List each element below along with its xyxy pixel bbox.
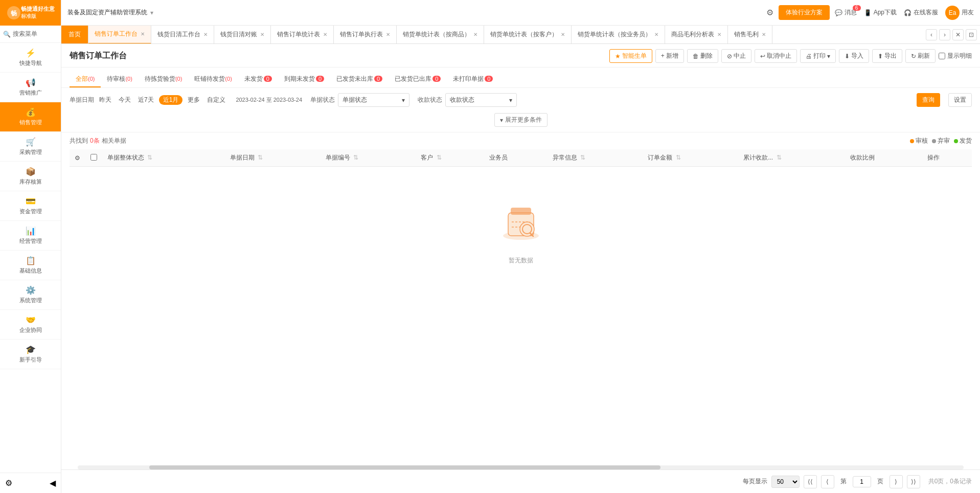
tab-sales-by-staff[interactable]: 销货单统计表（按业务员） ✕ — [572, 26, 665, 44]
date-custom[interactable]: 自定义 — [205, 95, 227, 105]
sidebar-item-basic-info[interactable]: 📋 基础信息 — [0, 251, 61, 280]
sort-icon[interactable]: ⇅ — [580, 154, 585, 161]
date-today[interactable]: 今天 — [117, 95, 133, 105]
sidebar-item-cooperation[interactable]: 🤝 企业协同 — [0, 310, 61, 340]
sidebar-item-sales[interactable]: 💰 销售管理 — [0, 102, 61, 132]
sub-tab-pending-review[interactable]: 待审核(0) — [101, 72, 138, 87]
tab-scroll-left[interactable]: ‹ — [926, 29, 937, 40]
tab-home[interactable]: 首页 — [61, 26, 88, 44]
sidebar-item-purchase[interactable]: 🛒 采购管理 — [0, 132, 61, 162]
sidebar-item-inventory[interactable]: 📦 库存核算 — [0, 162, 61, 191]
sub-tab-not-printed[interactable]: 未打印单据0 — [447, 72, 499, 87]
sort-icon[interactable]: ⇅ — [258, 154, 263, 161]
expand-conditions-btn[interactable]: ▾ 展开更多条件 — [494, 113, 548, 127]
sub-tab-overdue-not-shipped[interactable]: 到期未发货0 — [278, 72, 330, 87]
sidebar-item-marketing[interactable]: 📢 营销推广 — [0, 73, 61, 102]
ship-action-btn[interactable]: 发货 — [954, 137, 972, 145]
cancel-review-action-btn[interactable]: 弃审 — [932, 137, 950, 145]
close-tab-icon[interactable]: ✕ — [762, 32, 766, 37]
date-1month[interactable]: 近1月 — [159, 95, 183, 105]
sidebar-item-system[interactable]: ⚙️ 系统管理 — [0, 280, 61, 310]
close-tab-icon[interactable]: ✕ — [260, 32, 264, 37]
app-download-btn[interactable]: 📱 App下载 — [864, 8, 897, 17]
prev-page-btn[interactable]: ⟨ — [821, 475, 834, 488]
close-tab-icon[interactable]: ✕ — [654, 32, 658, 37]
collapse-icon[interactable]: ◀ — [50, 478, 56, 488]
sort-icon[interactable]: ⇅ — [353, 154, 358, 161]
status-select[interactable]: 单据状态 ▾ — [338, 93, 409, 107]
filter-settings-btn[interactable]: 设置 — [948, 93, 972, 107]
sub-tab-wangpu[interactable]: 旺铺待发货(0) — [188, 72, 238, 87]
cancel-stop-btn[interactable]: ↩ 取消中止 — [755, 49, 797, 63]
delete-btn[interactable]: 🗑 删除 — [687, 49, 718, 63]
review-action-btn[interactable]: 审核 — [910, 137, 928, 145]
tab-sales-stats[interactable]: 销售订单统计表 ✕ — [271, 26, 334, 44]
tab-scroll-right[interactable]: › — [939, 29, 950, 40]
close-tab-icon[interactable]: ✕ — [717, 32, 721, 37]
sort-icon[interactable]: ⇅ — [147, 154, 152, 161]
last-page-btn[interactable]: ⟩⟩ — [907, 475, 920, 488]
th-settings[interactable]: ⚙ — [70, 149, 85, 167]
export-btn[interactable]: ⬆ 导出 — [872, 49, 902, 63]
date-7days[interactable]: 近7天 — [136, 95, 156, 105]
close-tab-icon[interactable]: ✕ — [323, 32, 327, 37]
tab-close-all[interactable]: ✕ — [952, 29, 964, 40]
sidebar-item-guide[interactable]: 🎓 新手引导 — [0, 340, 61, 369]
message-btn[interactable]: 💬 消息 6 — [835, 8, 857, 17]
sub-tab-label: 已发货未出库 — [336, 75, 373, 82]
topbar-settings-icon[interactable]: ⚙ — [766, 8, 773, 17]
sub-tab-shipped-out[interactable]: 已发货已出库0 — [389, 72, 447, 87]
sub-tab-not-shipped[interactable]: 未发货0 — [238, 72, 278, 87]
import-btn[interactable]: ⬇ 导入 — [839, 49, 869, 63]
add-btn[interactable]: + 新增 — [655, 49, 684, 63]
page-input[interactable] — [853, 476, 871, 487]
select-all-checkbox[interactable] — [90, 154, 97, 161]
query-btn[interactable]: 查询 — [917, 93, 940, 107]
sort-icon[interactable]: ⇅ — [437, 154, 442, 161]
first-page-btn[interactable]: ⟨⟨ — [804, 475, 817, 488]
page-size-select[interactable]: 10 20 50 100 — [771, 476, 800, 488]
close-tab-icon[interactable]: ✕ — [203, 32, 208, 37]
online-service-btn[interactable]: 🎧 在线客服 — [904, 8, 938, 17]
tab-cash-daily[interactable]: 钱货日清工作台 ✕ — [151, 26, 214, 44]
sort-icon[interactable]: ⇅ — [777, 154, 782, 161]
tab-sales-workbench[interactable]: 销售订单工作台 ✕ — [88, 26, 151, 44]
next-page-btn[interactable]: ⟩ — [890, 475, 903, 488]
system-title-dropdown[interactable]: ▾ — [150, 9, 153, 16]
close-tab-icon[interactable]: ✕ — [141, 31, 145, 37]
refresh-btn[interactable]: ↻ 刷新 — [905, 49, 936, 63]
close-tab-icon[interactable]: ✕ — [473, 32, 477, 37]
date-yesterday[interactable]: 昨天 — [97, 95, 113, 105]
print-btn[interactable]: 🖨 打印 ▾ — [800, 49, 836, 63]
trial-btn[interactable]: 体验行业方案 — [779, 5, 830, 20]
tab-cash-reconcile[interactable]: 钱货日清对账 ✕ — [214, 26, 271, 44]
tab-sales-by-customer[interactable]: 销货单统计表（按客户） ✕ — [484, 26, 572, 44]
col-staff-label: 业务员 — [489, 154, 508, 161]
horizontal-scrollbar[interactable] — [78, 465, 964, 469]
close-tab-icon[interactable]: ✕ — [561, 32, 565, 37]
smart-gen-btn[interactable]: ★ 智能生单 — [609, 49, 652, 63]
sidebar-search[interactable]: 🔍 搜索菜单 — [0, 26, 61, 43]
date-more[interactable]: 更多 — [186, 95, 202, 105]
scrollbar-thumb[interactable] — [149, 465, 660, 469]
sidebar-item-operations[interactable]: 📊 经营管理 — [0, 221, 61, 251]
sub-tab-all[interactable]: 全部(0) — [70, 72, 101, 87]
user-btn[interactable]: Ea 用友 — [945, 6, 974, 20]
tab-maximize[interactable]: ⊡ — [966, 29, 977, 40]
sub-tab-shipped-not-out[interactable]: 已发货未出库0 — [330, 72, 389, 87]
sub-tab-pending-inspect[interactable]: 待拣货验货(0) — [139, 72, 188, 87]
tab-sales-by-product[interactable]: 销货单统计表（按商品） ✕ — [397, 26, 484, 44]
status-placeholder: 单据状态 — [343, 96, 367, 104]
sidebar-item-quick-nav[interactable]: ⚡ 快捷导航 — [0, 43, 61, 73]
tab-sales-profit[interactable]: 销售毛利 ✕ — [728, 26, 772, 44]
tab-profit-analysis[interactable]: 商品毛利分析表 ✕ — [665, 26, 728, 44]
show-detail-checkbox[interactable] — [939, 53, 945, 59]
close-tab-icon[interactable]: ✕ — [386, 32, 390, 37]
sort-icon[interactable]: ⇅ — [676, 154, 681, 161]
settings-gear-icon[interactable]: ⚙ — [5, 478, 12, 488]
tab-sales-exec[interactable]: 销售订单执行表 ✕ — [334, 26, 397, 44]
stop-btn[interactable]: ⊘ 中止 — [721, 49, 751, 63]
sidebar-item-finance[interactable]: 💳 资金管理 — [0, 191, 61, 221]
payment-select[interactable]: 收款状态 ▾ — [445, 93, 517, 107]
column-settings-icon[interactable]: ⚙ — [75, 154, 80, 162]
